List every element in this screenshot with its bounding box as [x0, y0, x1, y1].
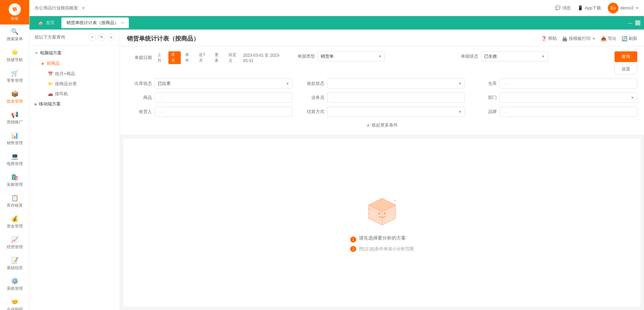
active-scheme-icon: ● [41, 61, 44, 66]
doc-status-select[interactable]: 已生效 ▼ [481, 51, 548, 61]
collapse-up-icon: ∧ [367, 123, 370, 128]
warehouse-label: 仓库 [472, 81, 497, 87]
print-dropdown-icon: ▼ [592, 37, 596, 41]
maximize-btn[interactable]: ⬜ [635, 20, 641, 25]
sidebar-item-inventory[interactable]: 📋 库存核算 [0, 191, 29, 212]
empty-num-1: 1 [350, 237, 356, 243]
doc-status-chev: ▼ [541, 54, 545, 58]
settle-label: 结算方式 [299, 109, 324, 115]
sidebar-item-ecommerce[interactable]: 💻 电商管理 [0, 149, 29, 170]
collect-chev: ▼ [458, 82, 462, 86]
svg-text:✦: ✦ [394, 199, 396, 202]
industry-dropdown[interactable]: ▼ [82, 6, 85, 10]
query-button[interactable]: 查询 [614, 51, 637, 62]
tree-mobile-parent[interactable]: ▶ 移动端方案 [30, 99, 120, 109]
action-buttons: 查询 设置 [614, 51, 637, 74]
receiver-dots[interactable]: ··· [159, 109, 163, 114]
sidebar-item-quicknav[interactable]: ⭐ 快捷导航 [0, 45, 29, 66]
topbar: 办公用品行业模拟账套 ▼ 💬 消息 📱 App下载 Ea demo2 ▼ [30, 0, 644, 16]
date-tab-last-month[interactable]: 上月 [155, 51, 167, 64]
calendar-icon: 📅 [48, 71, 53, 76]
collapse-panel-btn[interactable]: « [107, 34, 115, 41]
settle-chev: ▼ [458, 110, 462, 114]
date-tab-7days[interactable]: 近7天 [196, 51, 210, 64]
user-menu[interactable]: Ea demo2 ▼ [608, 3, 639, 13]
panel-icons: + ✎ « [89, 34, 115, 41]
brand-dots[interactable]: ··· [504, 109, 508, 114]
empty-text-1: 请先选择要分析的方案 [359, 235, 406, 241]
print-icon: 🖨️ [562, 36, 568, 41]
svg-point-6 [384, 212, 386, 214]
sidebar-item-basic[interactable]: 📝 基础信息 [0, 253, 29, 274]
warehouse-dots[interactable]: ··· [504, 81, 508, 86]
sidebar-item-operations[interactable]: 📈 经营管理 [0, 232, 29, 253]
help-btn[interactable]: ❓ 帮助 [541, 36, 557, 42]
brand-input[interactable]: ··· [499, 107, 637, 117]
brand-label: 品牌 [472, 109, 497, 115]
sidebar-item-wholesale[interactable]: 📦 批发管理 [0, 87, 29, 108]
app-download-btn[interactable]: 📱 App下载 [578, 5, 601, 11]
minimize-btn[interactable]: — [628, 20, 632, 25]
empty-num-2: 2 [350, 246, 356, 252]
logo-icon: 畅 [9, 3, 21, 15]
empty-item-2: 2 用[过滤]条件来缩小分析范围 [350, 246, 414, 252]
warehouse-input[interactable]: ··· [499, 79, 637, 89]
sidebar-item-marketing[interactable]: 📢 营销推广 [0, 108, 29, 128]
tree-chevron-desktop: ▼ [35, 51, 38, 55]
goods-dots[interactable]: ··· [159, 95, 163, 100]
search-icon: 🔍 [11, 28, 18, 35]
sidebar-item-retail[interactable]: 🛒 零售管理 [0, 66, 29, 87]
refresh-btn[interactable]: 🔄 刷新 [622, 36, 637, 42]
settings-button[interactable]: 设置 [614, 64, 637, 74]
collapse-row: ∧ 收起更多条件 [127, 119, 637, 130]
settle-select[interactable]: ▼ [327, 107, 465, 117]
out-status-chev: ▼ [286, 82, 289, 86]
wholesale-icon: 📦 [11, 90, 18, 98]
dept-select[interactable]: ▼ [499, 93, 637, 103]
sidebar-item-collab[interactable]: 🤝 企业协同 [0, 295, 29, 310]
sidebar-item-system[interactable]: ⚙️ 系统管理 [0, 274, 29, 295]
doc-type-label: 单据类型 [290, 53, 315, 59]
quicknav-icon: ⭐ [11, 49, 18, 56]
page-header: 销货单统计计表（按商品） ❓ 帮助 🖨️ 按模板打印 ▼ 📤 导出 [120, 30, 644, 46]
tree-subchild-month-goods[interactable]: 📅 按月+商品 [30, 69, 120, 79]
empty-item-1: 1 请先选择要分析的方案 [350, 235, 406, 244]
date-tab-custom[interactable]: 自定义 [226, 51, 241, 64]
salesperson-input[interactable]: ··· [327, 93, 465, 103]
tab-active[interactable]: 销货单统计计表（按商品） × [61, 17, 129, 28]
collect-select[interactable]: ▼ [327, 79, 465, 89]
edit-scheme-btn[interactable]: ✎ [98, 34, 105, 41]
collapse-btn[interactable]: ∧ 收起更多条件 [367, 122, 398, 128]
page-actions: ❓ 帮助 🖨️ 按模板打印 ▼ 📤 导出 🔄 刷新 [541, 36, 637, 42]
goods-input[interactable]: ··· [155, 93, 292, 103]
tree-desktop-parent[interactable]: ▼ 电脑端方案 [30, 48, 120, 58]
message-btn[interactable]: 💬 消息 [555, 5, 571, 11]
print-btn[interactable]: 🖨️ 按模板打印 ▼ [562, 36, 596, 42]
download-icon: 📱 [578, 5, 583, 10]
tree-child-by-goods[interactable]: ● 按商品 [30, 58, 120, 69]
sidebar-item-purchase[interactable]: 🛍️ 采购管理 [0, 170, 29, 191]
app-logo[interactable]: 畅 标签 [0, 0, 29, 24]
tab-home[interactable]: 🏠 首页 [33, 17, 60, 28]
tree-subchild-driver[interactable]: 🚗 按司机 [30, 89, 120, 99]
date-tab-this-year[interactable]: 本年 [182, 51, 195, 64]
doc-type-select[interactable]: 销货单 ▼ [318, 51, 385, 61]
right-panel: 销货单统计计表（按商品） ❓ 帮助 🖨️ 按模板打印 ▼ 📤 导出 [120, 30, 644, 310]
sidebar-item-finance[interactable]: 💰 资金管理 [0, 212, 29, 232]
date-tab-this-month[interactable]: 本月 [168, 51, 180, 64]
avatar: Ea [608, 3, 619, 13]
add-scheme-btn[interactable]: + [89, 34, 96, 41]
tab-close-btn[interactable]: × [121, 20, 124, 25]
date-tab-more[interactable]: 更多 [212, 51, 224, 64]
sidebar-item-sales[interactable]: 📊 销售管理 [0, 128, 29, 149]
tree-subchild-goods-category[interactable]: 📁 按商品分类 [30, 79, 120, 89]
salesperson-dots[interactable]: ··· [332, 95, 335, 100]
sidebar-item-search[interactable]: 🔍 搜索菜单 [0, 24, 29, 45]
export-btn[interactable]: 📤 导出 [601, 36, 616, 42]
user-dropdown-icon: ▼ [635, 6, 639, 10]
topbar-right: 💬 消息 📱 App下载 Ea demo2 ▼ [555, 3, 639, 13]
receiver-input[interactable]: ··· [155, 107, 292, 117]
out-status-label: 出库状态 [127, 81, 152, 87]
operations-icon: 📈 [11, 236, 18, 243]
out-status-select[interactable]: 已出库 ▼ [155, 79, 292, 89]
